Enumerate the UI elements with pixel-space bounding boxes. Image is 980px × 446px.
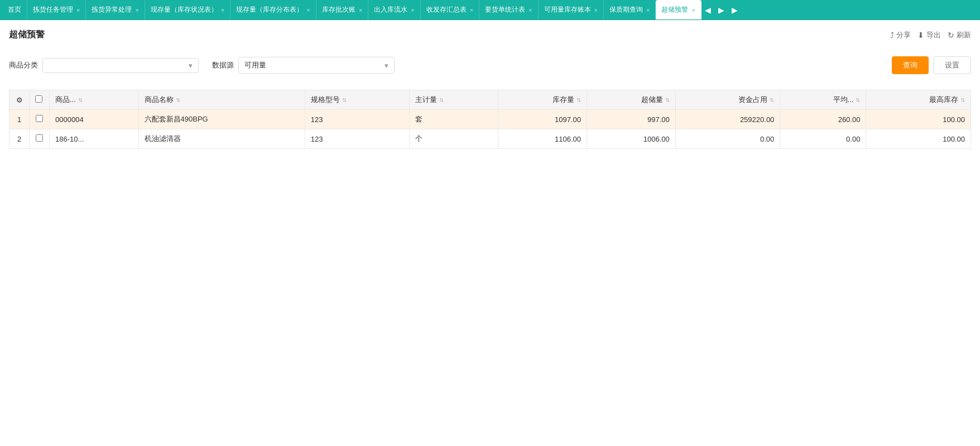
nav-next-button[interactable]: ▶ [715,0,728,20]
nav-prev-button[interactable]: ◀ [702,0,715,20]
close-icon[interactable]: × [529,7,532,13]
row-capital: 259220.00 [675,110,780,129]
category-label: 商品分类 [9,60,38,70]
close-icon[interactable]: × [221,7,224,13]
col-code: 商品... ⇅ [50,90,139,110]
nav-tab-available[interactable]: 可用量库存账本 × [539,0,604,20]
header-actions: ⤴ 分享 ⬇ 导出 ↻ 刷新 [890,30,971,40]
nav-tab-home[interactable]: 首页 [2,0,27,20]
row-avg: 260.00 [780,110,866,129]
col-over: 超储量 ⇅ [587,90,675,110]
category-select[interactable]: ▾ [42,58,199,73]
close-icon[interactable]: × [411,7,414,13]
query-button[interactable]: 查询 [892,56,929,74]
col-max: 最高库存 ⇅ [866,90,971,110]
col-unit-sort[interactable]: 主计量 ⇅ [415,95,444,105]
row-spec: 123 [305,110,410,129]
close-icon[interactable]: × [359,7,362,13]
datasource-filter: 数据源 可用量 ▾ [212,57,395,74]
table-row: 2 186-10... 机油滤清器 123 个 1106.00 1006.00 … [9,129,971,149]
nav-tab-exception[interactable]: 拣货异常处理 × [86,0,145,20]
chevron-down-icon: ▾ [189,61,193,70]
row-avg: 0.00 [780,129,866,149]
nav-tab-summary[interactable]: 收发存汇总表 × [421,0,479,20]
top-navigation: 首页 拣货任务管理 × 拣货异常处理 × 现存量（库存状况表） × 现存量（库存… [0,0,980,20]
row-checkbox[interactable] [36,134,43,142]
nav-expand-button[interactable]: ▶ [728,0,742,20]
table-body: 1 0000004 六配套新昌490BPG 123 套 1097.00 997.… [9,110,971,149]
nav-tab-batch[interactable]: 库存批次账 × [316,0,368,20]
page-title: 超储预警 [9,29,45,41]
nav-tab-order-stats[interactable]: 要货单统计表 × [479,0,538,20]
close-icon[interactable]: × [135,7,138,13]
sort-icon: ⇅ [577,97,581,103]
close-icon[interactable]: × [306,7,310,13]
row-max: 100.00 [866,110,971,129]
col-over-sort[interactable]: 超储量 ⇅ [641,95,670,105]
col-code-sort[interactable]: 商品... ⇅ [55,95,83,105]
chevron-down-icon: ▾ [385,61,388,70]
row-code: 0000004 [50,110,139,129]
share-button[interactable]: ⤴ 分享 [890,30,911,40]
filter-row: 商品分类 ▾ 数据源 可用量 ▾ 查询 设置 [9,50,971,81]
col-stock-sort[interactable]: 库存量 ⇅ [553,95,581,105]
col-name-sort[interactable]: 商品名称 ⇅ [145,95,180,105]
share-icon: ⤴ [890,31,894,40]
sort-icon: ⇅ [960,97,965,103]
close-icon[interactable]: × [646,7,650,13]
col-select-all [30,90,50,110]
datasource-select[interactable]: 可用量 ▾ [238,57,395,74]
table-row: 1 0000004 六配套新昌490BPG 123 套 1097.00 997.… [9,110,971,129]
nav-tab-overstock[interactable]: 超储预警 × [656,0,701,20]
close-icon[interactable]: × [76,7,80,13]
nav-tab-task-mgmt[interactable]: 拣货任务管理 × [27,0,86,20]
col-avg: 平均... ⇅ [780,90,866,110]
gear-icon[interactable]: ⚙ [16,96,23,104]
datasource-label: 数据源 [212,60,234,70]
nav-tab-stock-status[interactable]: 现存量（库存状况表） × [145,0,230,20]
row-name: 机油滤清器 [138,129,305,149]
col-capital-sort[interactable]: 资金占用 ⇅ [738,95,774,105]
col-spec-sort[interactable]: 规格型号 ⇅ [311,95,347,105]
close-icon[interactable]: × [594,7,598,13]
sort-icon: ⇅ [176,97,180,103]
nav-tab-flow[interactable]: 出入库流水 × [368,0,420,20]
select-all-checkbox[interactable] [35,95,42,103]
close-icon[interactable]: × [470,7,473,13]
row-checkbox-cell [30,129,50,149]
settings-button[interactable]: 设置 [933,56,971,74]
refresh-button[interactable]: ↻ 刷新 [948,30,971,40]
col-avg-sort[interactable]: 平均... ⇅ [833,95,861,105]
row-checkbox[interactable] [36,115,43,122]
sort-icon: ⇅ [439,97,444,103]
filter-actions: 查询 设置 [892,56,971,74]
row-num: 2 [9,129,30,149]
nav-tab-quality[interactable]: 保质期查询 × [604,0,656,20]
row-unit: 套 [410,110,498,129]
data-table: ⚙ 商品... ⇅ 商品名称 ⇅ [9,90,971,149]
row-unit: 个 [410,129,498,149]
sort-icon: ⇅ [856,97,860,103]
row-max: 100.00 [866,129,971,149]
sort-icon: ⇅ [342,97,347,103]
col-capital: 资金占用 ⇅ [675,90,780,110]
export-icon: ⬇ [917,31,924,40]
col-gear: ⚙ [9,90,30,110]
nav-tab-stock-dist[interactable]: 现存量（库存分布表） × [230,0,316,20]
table-header-row: ⚙ 商品... ⇅ 商品名称 ⇅ [9,90,971,110]
page-header: 超储预警 ⤴ 分享 ⬇ 导出 ↻ 刷新 [9,29,971,41]
close-icon[interactable]: × [691,7,695,13]
sort-icon: ⇅ [770,97,774,103]
col-unit: 主计量 ⇅ [410,90,498,110]
row-capital: 0.00 [675,129,780,149]
col-max-sort[interactable]: 最高库存 ⇅ [929,95,965,105]
row-code: 186-10... [50,129,139,149]
row-spec: 123 [305,129,410,149]
category-filter: 商品分类 ▾ [9,58,199,73]
col-name: 商品名称 ⇅ [138,90,305,110]
refresh-icon: ↻ [948,31,954,40]
row-over: 997.00 [587,110,675,129]
row-checkbox-cell [30,110,50,129]
export-button[interactable]: ⬇ 导出 [917,30,941,40]
row-stock: 1106.00 [498,129,587,149]
